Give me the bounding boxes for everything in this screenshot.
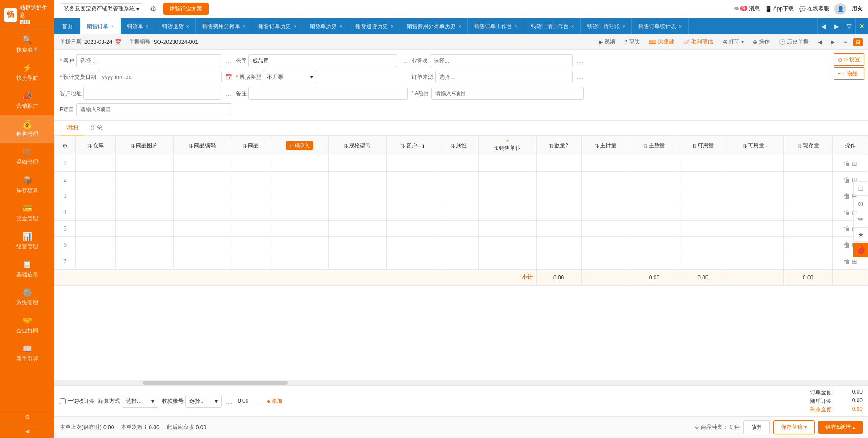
row-product-cell[interactable] [231,204,271,221]
staff-input[interactable] [430,54,573,67]
row-copy-btn[interactable]: ⊞ [852,258,857,265]
row-unit-cell[interactable] [479,237,536,253]
row-avail-qty2-cell[interactable] [727,188,784,204]
add-payment-btn[interactable]: ● 添加 [267,397,282,405]
row-stock-qty-cell[interactable] [784,188,833,204]
row-spec-cell[interactable] [329,155,386,172]
row-qty2-cell[interactable] [536,237,581,253]
row-delete-btn[interactable]: 🗑 [844,258,850,265]
row-product-code-cell[interactable] [173,253,231,270]
scan-btn[interactable]: 扫码录入 [286,141,313,150]
row-avail-qty2-cell[interactable] [727,237,784,253]
warehouse-input[interactable] [248,54,397,67]
float-btn-4[interactable]: ★ [853,227,868,242]
save-new-btn[interactable]: 保存&新增 ▴ [818,421,863,434]
sidebar-item-search[interactable]: 🔍 搜索菜单 [0,30,54,58]
staff-dots-btn[interactable]: … [577,57,584,65]
row-spec-cell[interactable] [329,237,386,253]
row-attr-cell[interactable] [439,204,479,221]
row-delete-btn[interactable]: 🗑 [844,176,850,183]
settings-button[interactable]: ⚙ [147,3,160,15]
row-delete-btn[interactable]: 🗑 [844,241,850,249]
row-avail-qty2-cell[interactable] [727,221,784,237]
row-qty2-cell[interactable] [536,204,581,221]
col-customer-field[interactable]: ⇅客户...ℹ [386,136,439,155]
row-delete-btn[interactable]: 🗑 [844,209,850,216]
customer-dots-btn[interactable]: … [225,57,232,65]
tab-return-history[interactable]: 销货单历史 × [303,18,349,34]
col-scan[interactable]: 扫码录入 [271,136,328,155]
row-product-code-cell[interactable] [173,188,231,204]
user-avatar[interactable]: 👤 [834,3,846,15]
row-main-qty-cell[interactable] [630,253,679,270]
row-spec-cell[interactable] [329,204,386,221]
float-btn-5[interactable]: 🔴 [853,243,868,257]
notification-btn[interactable]: ✉ 9 消息 [734,5,760,13]
app-download-btn[interactable]: 📱 App下载 [765,5,794,13]
col-product[interactable]: ⇅商品 [231,136,271,155]
row-qty2-cell[interactable] [536,155,581,172]
col-unit[interactable]: ⇅销售单位 [479,136,536,155]
float-btn-1[interactable]: □ [853,181,868,196]
tab-sales-return[interactable]: 销货单 × [121,18,155,34]
col-settings[interactable]: ⚙ [55,136,76,155]
app-selector[interactable]: 装备及固定资产辅助管理系统 ▾ [60,3,143,14]
row-product-code-cell[interactable] [173,221,231,237]
row-unit-cell[interactable] [479,172,536,188]
row-product-cell[interactable] [231,237,271,253]
col-spec[interactable]: ⇅规格型号 [329,136,386,155]
row-attr-cell[interactable] [439,237,479,253]
row-stock-qty-cell[interactable] [784,221,833,237]
close-tab-9[interactable]: × [515,24,518,29]
row-stock-qty-cell[interactable] [784,237,833,253]
col-qty2[interactable]: ⇅数量2 [536,136,581,155]
row-avail-qty-cell[interactable] [679,188,727,204]
sidebar-item-system[interactable]: ⚙️ 系统管理 [0,283,54,311]
close-tab-3[interactable]: × [186,24,189,29]
warehouse-dots-btn[interactable]: … [401,57,408,65]
row-main-qty-cell[interactable] [630,237,679,253]
col-stock-qty[interactable]: ⇅现存量 [784,136,833,155]
row-main-unit-cell[interactable] [581,155,630,172]
col-main-qty[interactable]: ⇅主数量 [630,136,679,155]
print-btn[interactable]: 🖨 打印 ▾ [719,37,747,47]
sidebar-item-marketing[interactable]: 📣 营销推广 [0,87,54,115]
sidebar-item-sales[interactable]: 💰 销售管理 [0,115,54,143]
sidebar-item-purchase[interactable]: 🛒 采购管理 [0,143,54,171]
row-avail-qty2-cell[interactable] [727,155,784,172]
nav-next-btn[interactable]: ▶ [830,18,843,34]
customer-address-input[interactable] [83,87,221,100]
invoice-type-select[interactable]: 不开票 ▾ [263,71,317,83]
tab-summary[interactable]: 汇总 [84,121,109,135]
row-customer-cell[interactable] [386,204,439,221]
row-warehouse-cell[interactable] [76,253,116,270]
form-view-btn[interactable]: ⊟ [853,38,863,46]
order-source-dots-btn[interactable]: … [577,73,584,81]
row-avail-qty-cell[interactable] [679,237,727,253]
row-stock-qty-cell[interactable] [784,204,833,221]
scrollbar-thumb[interactable] [143,381,288,385]
row-avail-qty-cell[interactable] [679,221,727,237]
row-main-unit-cell[interactable] [581,237,630,253]
nav-close-all-btn[interactable]: ✕ [855,18,868,34]
row-unit-cell[interactable] [479,221,536,237]
row-product-code-cell[interactable] [173,237,231,253]
history-btn[interactable]: 🕐 历史单据 [776,37,811,47]
nav-prev-btn[interactable]: ◀ [817,18,830,34]
operations-btn[interactable]: ⊕ 操作 [750,37,772,47]
tab-expense-history[interactable]: 销售费用分摊单历史 × [400,18,468,34]
save-draft-btn[interactable]: 保存草稿 ▾ [773,420,815,434]
row-customer-cell[interactable] [386,155,439,172]
account-select[interactable]: 选择... ▾ [185,395,222,408]
row-main-unit-cell[interactable] [581,188,630,204]
row-main-unit-cell[interactable] [581,204,630,221]
close-tab-4[interactable]: × [243,24,246,29]
row-customer-cell[interactable] [386,237,439,253]
row-avail-qty-cell[interactable] [679,155,727,172]
sidebar-item-capital[interactable]: 💳 资金管理 [0,199,54,227]
tab-sales-order[interactable]: 销售订单 × [80,18,121,34]
row-qty2-cell[interactable] [536,221,581,237]
row-delete-btn[interactable]: 🗑 [844,225,850,232]
row-main-unit-cell[interactable] [581,253,630,270]
row-warehouse-cell[interactable] [76,188,116,204]
